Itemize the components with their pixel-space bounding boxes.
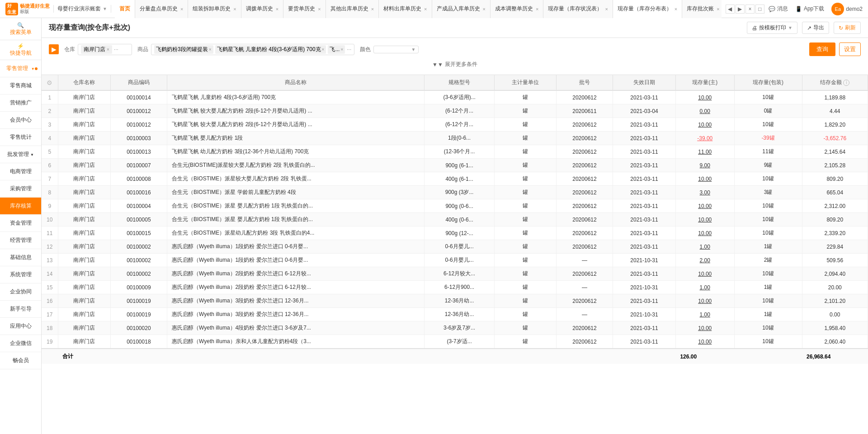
cell-qty-main[interactable]: 10.00 bbox=[675, 172, 734, 186]
tab-maximize-btn[interactable]: □ bbox=[755, 5, 764, 14]
tab-close[interactable]: × bbox=[233, 6, 236, 12]
warehouse-dots[interactable]: ··· bbox=[114, 46, 118, 52]
tab-inv-status[interactable]: 现存量（库存状况表）× bbox=[543, 0, 613, 18]
cell-code: 00100012 bbox=[110, 118, 167, 132]
sidebar-item-basic[interactable]: 基础信息 bbox=[0, 249, 41, 266]
sidebar-item-vip[interactable]: 畅会员 bbox=[0, 352, 41, 369]
tab-close[interactable]: × bbox=[536, 6, 538, 12]
sidebar-item-marketing[interactable]: 营销推广 bbox=[0, 94, 41, 112]
tab-close[interactable]: × bbox=[424, 6, 427, 12]
tab-material[interactable]: 材料出库单历史 × bbox=[379, 0, 432, 18]
sidebar-item-operation[interactable]: 经营管理 bbox=[0, 232, 41, 249]
sidebar-item-purchase[interactable]: 采购管理 bbox=[0, 180, 41, 198]
sidebar-nav[interactable]: ⚡ 快捷导航 bbox=[0, 40, 41, 60]
sidebar-item-wechat[interactable]: 企业微信 bbox=[0, 335, 41, 352]
sidebar-item-retail-stat[interactable]: 零售统计 bbox=[0, 129, 41, 146]
message-btn[interactable]: 💬 消息 bbox=[769, 5, 788, 13]
tab-close[interactable]: × bbox=[371, 6, 374, 12]
export-btn[interactable]: ↗ 导出 bbox=[802, 22, 829, 34]
tab-next-btn[interactable]: ▶ bbox=[736, 5, 745, 14]
sidebar-item-retail-shop[interactable]: 零售商城 bbox=[0, 77, 41, 94]
tab-pick[interactable]: 调拨单历史 × bbox=[241, 0, 283, 18]
sidebar-search[interactable]: 🔍 搜索英单 bbox=[0, 18, 41, 40]
cell-qty-main[interactable]: 10.00 bbox=[675, 226, 734, 240]
user-area[interactable]: Ea demo2 bbox=[831, 3, 863, 15]
cell-qty-main[interactable]: 3.00 bbox=[675, 186, 734, 199]
filter-expand-btn[interactable]: ▶ bbox=[49, 44, 59, 54]
color-input[interactable]: ▼ bbox=[373, 46, 419, 53]
cell-name: 飞鹤星飞帆 较大婴儿配方奶粉 2段(6-12个月婴幼儿适用) ... bbox=[167, 104, 425, 118]
cell-balance: 2,312.00 bbox=[802, 199, 868, 213]
cell-qty-main[interactable]: 2.00 bbox=[675, 254, 734, 267]
tab-close[interactable]: × bbox=[180, 6, 183, 12]
cell-qty-main[interactable]: 10.00 bbox=[675, 335, 734, 349]
tab-product-in[interactable]: 产成品入库单历史 × bbox=[432, 0, 491, 18]
sidebar-item-wholesale[interactable]: 批发管理 bbox=[0, 146, 41, 163]
cell-qty-main[interactable]: 1.00 bbox=[675, 308, 734, 321]
cell-balance: 2,339.20 bbox=[802, 226, 868, 240]
product-dots[interactable]: ··· bbox=[347, 46, 351, 52]
sidebar-item-finance[interactable]: 资金管理 bbox=[0, 215, 41, 232]
cell-qty-main[interactable]: 10.00 bbox=[675, 294, 734, 308]
color-dropdown-arrow[interactable]: ▼ bbox=[411, 47, 415, 52]
warehouse-tag-area[interactable]: 南岸门店 × ··· bbox=[78, 44, 132, 55]
tab-inv-dist[interactable]: 现存量（库存分布表）× bbox=[613, 0, 682, 18]
cell-batch: 20200612 bbox=[556, 267, 613, 281]
tab-close[interactable]: × bbox=[717, 6, 719, 12]
tab-close[interactable]: × bbox=[483, 6, 486, 12]
tab-disassemble[interactable]: 组装拆卸单历史 × bbox=[188, 0, 241, 18]
cell-qty-main[interactable]: 10.00 bbox=[675, 199, 734, 213]
warehouse-tag-close[interactable]: × bbox=[107, 47, 109, 52]
tab-split[interactable]: 分量盘点单历史 × bbox=[135, 0, 188, 18]
tab-home[interactable]: 首页 bbox=[115, 0, 135, 18]
settings-btn[interactable]: 设置 bbox=[839, 42, 861, 56]
cell-qty-main[interactable]: 0.00 bbox=[675, 104, 734, 118]
app-download-btn[interactable]: 📱 App下载 bbox=[795, 5, 824, 13]
tab-other-out[interactable]: 其他出库单历史 × bbox=[326, 0, 379, 18]
sidebar-item-member[interactable]: 会员中心 bbox=[0, 112, 41, 129]
expand-more-btn[interactable]: ▼▼ 展开更多条件 bbox=[432, 59, 477, 70]
account-dropdown[interactable]: 母婴行业演示账套 ▼ bbox=[53, 5, 111, 13]
cell-qty-main[interactable]: 1.00 bbox=[675, 240, 734, 254]
cell-qty-main[interactable]: 10.00 bbox=[675, 118, 734, 132]
cell-qty-main[interactable]: -39.00 bbox=[675, 132, 734, 145]
sidebar-item-enterprise[interactable]: 企业协同 bbox=[0, 283, 41, 301]
sidebar-item-retail[interactable]: 零售管理 bbox=[0, 60, 41, 77]
cell-qty-main[interactable]: 10.00 bbox=[675, 213, 734, 226]
cell-qty-main[interactable]: 1.00 bbox=[675, 281, 734, 294]
product-tag-3-close[interactable]: × bbox=[340, 47, 343, 52]
product-tag-1-close[interactable]: × bbox=[209, 47, 212, 52]
sidebar-item-app-center[interactable]: 应用中心 bbox=[0, 318, 41, 335]
query-btn[interactable]: 查询 bbox=[809, 42, 835, 56]
sidebar-item-inventory[interactable]: 库存核算 bbox=[0, 198, 41, 215]
tab-cost[interactable]: 成本调整单历史 × bbox=[491, 0, 543, 18]
cell-qty-main[interactable]: 10.00 bbox=[675, 267, 734, 281]
cell-unit: 罐 bbox=[495, 159, 556, 172]
tab-prev-btn[interactable]: ◀ bbox=[726, 5, 735, 14]
tab-batch[interactable]: 库存批次账 × bbox=[682, 0, 722, 18]
col-settings[interactable]: ⚙ bbox=[42, 75, 58, 90]
cell-name: 惠氏启醇（Wyeth illuma）1段奶粉 爱尔兰进口 0-6月婴... bbox=[167, 254, 425, 267]
sidebar-item-ecommerce[interactable]: 电商管理 bbox=[0, 163, 41, 180]
col-warehouse: 仓库名称 bbox=[58, 75, 110, 90]
cell-qty-main[interactable]: 10.00 bbox=[675, 321, 734, 335]
tab-close[interactable]: × bbox=[675, 6, 677, 12]
sidebar-item-system[interactable]: 系统管理 bbox=[0, 266, 41, 283]
refresh-btn[interactable]: ↻ 刷新 bbox=[834, 22, 861, 34]
balance-info-icon[interactable]: i bbox=[843, 80, 849, 86]
product-tag-2-close[interactable]: × bbox=[322, 47, 325, 52]
product-tag-3-label: 飞... bbox=[330, 46, 340, 53]
tab-close[interactable]: × bbox=[276, 6, 278, 12]
table-container[interactable]: ⚙ 仓库名称 商品编码 商品名称 规格型号 主计量单位 批号 失效日期 现存量(… bbox=[42, 75, 868, 434]
tab-close-btn[interactable]: × bbox=[745, 5, 755, 14]
template-print-btn[interactable]: 🖨 按模板打印 ▼ bbox=[747, 22, 797, 34]
product-tag-area[interactable]: 飞鹤奶粉3段闭罐提装 × 飞鹤星飞帆 儿童奶粉 4段(3-6岁适用) 700克 … bbox=[151, 44, 354, 55]
sidebar-item-guide[interactable]: 新手引导 bbox=[0, 301, 41, 318]
cell-qty-main[interactable]: 10.00 bbox=[675, 90, 734, 104]
tab-close[interactable]: × bbox=[605, 6, 608, 12]
settings-col-icon[interactable]: ⚙ bbox=[47, 79, 52, 86]
cell-qty-main[interactable]: 9.00 bbox=[675, 159, 734, 172]
cell-qty-main[interactable]: 11.00 bbox=[675, 145, 734, 159]
tab-close[interactable]: × bbox=[318, 6, 321, 12]
tab-req[interactable]: 要货单历史 × bbox=[283, 0, 326, 18]
